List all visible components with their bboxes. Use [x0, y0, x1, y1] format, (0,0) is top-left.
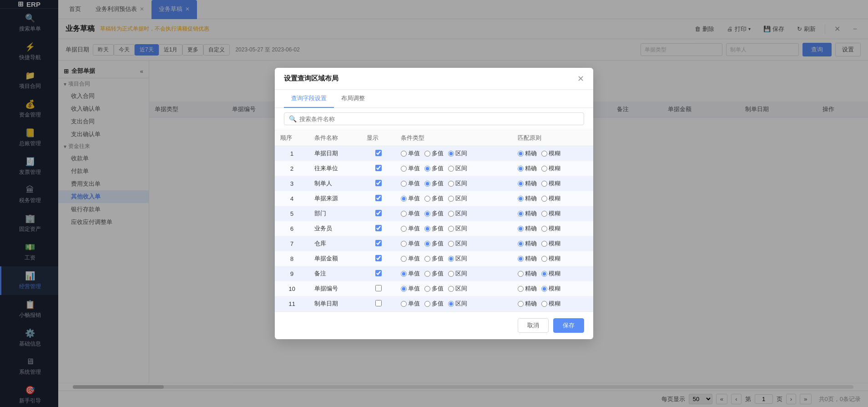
- radio-type-single-3[interactable]: 单值: [401, 194, 420, 203]
- radio-type-range-8[interactable]: 区间: [448, 270, 467, 278]
- radio-match-fuzzy-3[interactable]: 模糊: [541, 194, 560, 203]
- row-type-radios: 单值多值区间: [395, 191, 512, 206]
- radio-match-precise-0[interactable]: 精确: [518, 149, 537, 158]
- modal-body: 查询字段设置 布局调整 🔍 顺序条件名称显示条件类型匹配原则: [275, 90, 593, 311]
- row-match-radios: 精确模糊: [512, 206, 593, 221]
- search-box: 🔍: [284, 112, 584, 125]
- radio-type-single-4[interactable]: 单值: [401, 209, 420, 218]
- checkbox-show-3[interactable]: [375, 195, 382, 201]
- radio-type-single-2[interactable]: 单值: [401, 179, 420, 188]
- row-order: 1: [275, 146, 309, 161]
- row-match-radios: 精确模糊: [512, 296, 593, 311]
- radio-match-fuzzy-9[interactable]: 模糊: [541, 285, 560, 293]
- radio-type-single-0[interactable]: 单值: [401, 149, 420, 158]
- row-type-radios: 单值多值区间: [395, 296, 512, 311]
- radio-match-fuzzy-5[interactable]: 模糊: [541, 224, 560, 233]
- row-show-checkbox[interactable]: [361, 146, 395, 161]
- checkbox-show-5[interactable]: [375, 225, 382, 231]
- radio-type-multi-9[interactable]: 多值: [424, 285, 444, 293]
- modal-col-顺序: 顺序: [275, 130, 309, 146]
- modal-table-row: 7仓库单值多值区间精确模糊: [275, 236, 593, 251]
- modal-col-条件类型: 条件类型: [395, 130, 512, 146]
- radio-type-multi-2[interactable]: 多值: [424, 179, 444, 188]
- radio-match-fuzzy-4[interactable]: 模糊: [541, 209, 560, 218]
- row-match-radios: 精确模糊: [512, 191, 593, 206]
- radio-match-precise-3[interactable]: 精确: [518, 194, 537, 203]
- row-type-radios: 单值多值区间: [395, 206, 512, 221]
- radio-type-single-1[interactable]: 单值: [401, 164, 420, 173]
- row-show-checkbox[interactable]: [361, 296, 395, 311]
- radio-type-multi-8[interactable]: 多值: [424, 270, 444, 278]
- radio-type-multi-3[interactable]: 多值: [424, 194, 444, 203]
- radio-match-fuzzy-1[interactable]: 模糊: [541, 164, 560, 173]
- row-show-checkbox[interactable]: [361, 236, 395, 251]
- tab-field-settings[interactable]: 查询字段设置: [284, 90, 334, 108]
- radio-match-precise-6[interactable]: 精确: [518, 239, 537, 248]
- checkbox-show-4[interactable]: [375, 210, 382, 216]
- search-input[interactable]: [299, 116, 579, 122]
- checkbox-show-1[interactable]: [375, 165, 382, 171]
- row-condition-name: 单据金额: [309, 251, 361, 266]
- radio-type-range-7[interactable]: 区间: [448, 254, 467, 263]
- checkbox-show-9[interactable]: [375, 285, 382, 291]
- radio-type-range-1[interactable]: 区间: [448, 164, 467, 173]
- radio-type-multi-5[interactable]: 多值: [424, 224, 444, 233]
- radio-type-multi-0[interactable]: 多值: [424, 149, 444, 158]
- radio-type-range-10[interactable]: 区间: [448, 300, 467, 308]
- tab-layout-adjust[interactable]: 布局调整: [334, 90, 372, 108]
- checkbox-show-10[interactable]: [375, 300, 382, 306]
- radio-match-precise-2[interactable]: 精确: [518, 179, 537, 188]
- radio-match-precise-9[interactable]: 精确: [518, 285, 537, 293]
- radio-type-multi-10[interactable]: 多值: [424, 300, 444, 308]
- radio-match-fuzzy-8[interactable]: 模糊: [541, 270, 560, 278]
- radio-match-fuzzy-7[interactable]: 模糊: [541, 254, 560, 263]
- radio-match-precise-10[interactable]: 精确: [518, 300, 537, 308]
- row-show-checkbox[interactable]: [361, 206, 395, 221]
- radio-match-precise-4[interactable]: 精确: [518, 209, 537, 218]
- radio-match-fuzzy-6[interactable]: 模糊: [541, 239, 560, 248]
- radio-match-precise-7[interactable]: 精确: [518, 254, 537, 263]
- radio-type-single-10[interactable]: 单值: [401, 300, 420, 308]
- row-show-checkbox[interactable]: [361, 161, 395, 176]
- radio-match-fuzzy-10[interactable]: 模糊: [541, 300, 560, 308]
- radio-type-multi-4[interactable]: 多值: [424, 209, 444, 218]
- radio-type-range-5[interactable]: 区间: [448, 224, 467, 233]
- checkbox-show-0[interactable]: [375, 150, 382, 156]
- checkbox-show-6[interactable]: [375, 240, 382, 246]
- radio-type-multi-7[interactable]: 多值: [424, 254, 444, 263]
- row-show-checkbox[interactable]: [361, 221, 395, 236]
- row-condition-name: 业务员: [309, 221, 361, 236]
- row-show-checkbox[interactable]: [361, 281, 395, 296]
- radio-type-multi-6[interactable]: 多值: [424, 239, 444, 248]
- row-show-checkbox[interactable]: [361, 191, 395, 206]
- radio-type-single-6[interactable]: 单值: [401, 239, 420, 248]
- radio-type-range-2[interactable]: 区间: [448, 179, 467, 188]
- radio-match-precise-5[interactable]: 精确: [518, 224, 537, 233]
- modal-footer: 取消 保存: [275, 311, 593, 339]
- radio-type-range-4[interactable]: 区间: [448, 209, 467, 218]
- radio-match-precise-8[interactable]: 精确: [518, 270, 537, 278]
- radio-type-range-6[interactable]: 区间: [448, 239, 467, 248]
- radio-type-range-3[interactable]: 区间: [448, 194, 467, 203]
- radio-type-range-9[interactable]: 区间: [448, 285, 467, 293]
- modal-close-btn[interactable]: ✕: [577, 75, 584, 83]
- radio-type-single-7[interactable]: 单值: [401, 254, 420, 263]
- row-order: 10: [275, 281, 309, 296]
- row-show-checkbox[interactable]: [361, 251, 395, 266]
- checkbox-show-8[interactable]: [375, 270, 382, 276]
- checkbox-show-7[interactable]: [375, 255, 382, 261]
- radio-type-single-8[interactable]: 单值: [401, 270, 420, 278]
- row-show-checkbox[interactable]: [361, 176, 395, 191]
- radio-match-fuzzy-0[interactable]: 模糊: [541, 149, 560, 158]
- modal-save-btn[interactable]: 保存: [553, 318, 584, 333]
- checkbox-show-2[interactable]: [375, 180, 382, 186]
- row-show-checkbox[interactable]: [361, 266, 395, 281]
- cancel-btn[interactable]: 取消: [518, 318, 549, 333]
- row-condition-name: 往来单位: [309, 161, 361, 176]
- radio-type-range-0[interactable]: 区间: [448, 149, 467, 158]
- radio-type-single-5[interactable]: 单值: [401, 224, 420, 233]
- radio-match-precise-1[interactable]: 精确: [518, 164, 537, 173]
- radio-type-multi-1[interactable]: 多值: [424, 164, 444, 173]
- radio-type-single-9[interactable]: 单值: [401, 285, 420, 293]
- radio-match-fuzzy-2[interactable]: 模糊: [541, 179, 560, 188]
